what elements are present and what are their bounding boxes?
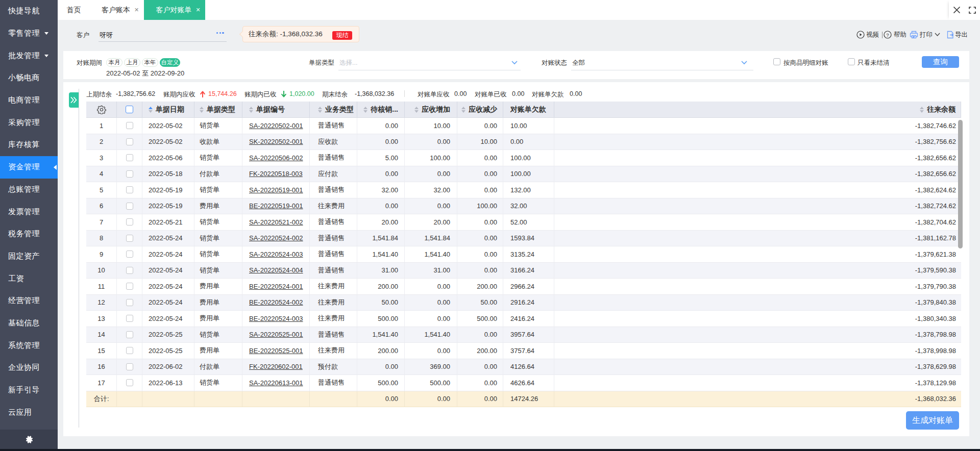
column-header-biz-type[interactable]: 业务类型 (310, 102, 357, 118)
customer-more-button[interactable] (216, 32, 226, 34)
select-all-checkbox[interactable] (126, 106, 133, 113)
sidebar-item-库存核算[interactable]: 库存核算 (0, 134, 58, 156)
sidebar-item-云应用[interactable]: 云应用 (0, 401, 58, 423)
chevron-down-icon[interactable] (741, 61, 747, 66)
period-pill-上月[interactable]: 上月 (124, 58, 140, 67)
row-checkbox[interactable] (126, 218, 133, 225)
gear-icon[interactable] (97, 105, 106, 114)
doc-link[interactable]: SA-20220502-001 (249, 122, 303, 130)
row-checkbox[interactable] (126, 154, 133, 161)
sort-icon[interactable] (249, 107, 253, 113)
sidebar-item-新手引导[interactable]: 新手引导 (0, 379, 58, 402)
tab-close-icon[interactable]: ✕ (195, 7, 200, 13)
status-select[interactable]: 全部 (572, 59, 585, 67)
sidebar-item-税务管理[interactable]: 税务管理 (0, 223, 58, 245)
row-checkbox[interactable] (126, 331, 133, 338)
doc-link[interactable]: SA-20220524-004 (249, 266, 303, 274)
window-close-button[interactable] (949, 0, 965, 20)
sidebar-item-小畅电商[interactable]: 小畅电商 (0, 67, 58, 89)
sidebar-item-工资[interactable]: 工资 (0, 267, 58, 290)
row-checkbox[interactable] (126, 347, 133, 354)
row-checkbox[interactable] (126, 235, 133, 242)
export-button[interactable]: 导出 (955, 31, 968, 39)
row-checkbox[interactable] (126, 363, 133, 370)
print-dropdown-icon[interactable] (935, 33, 940, 37)
print-button[interactable]: 打印 (920, 31, 933, 39)
column-header-decrease[interactable]: 应收减少 (457, 102, 503, 118)
doc-link[interactable]: SA-20220613-001 (249, 379, 303, 387)
doc-link[interactable]: SA-20220524-002 (249, 234, 303, 242)
sidebar-item-固定资产[interactable]: 固定资产 (0, 245, 58, 268)
column-header-owed[interactable]: 对账单欠款 (503, 102, 554, 118)
chevron-down-icon[interactable] (511, 61, 517, 66)
sidebar-item-基础信息[interactable]: 基础信息 (0, 312, 58, 335)
tab-首页[interactable]: 首页 (58, 0, 90, 20)
sidebar-item-电商管理[interactable]: 电商管理 (0, 89, 58, 112)
doc-link[interactable]: FK-20220602-001 (249, 363, 303, 370)
doc-link[interactable]: BE-20220524-002 (249, 298, 303, 306)
row-checkbox[interactable] (126, 170, 133, 178)
period-pill-本年[interactable]: 本年 (142, 58, 158, 67)
sidebar-item-采购管理[interactable]: 采购管理 (0, 111, 58, 134)
sidebar-item-系统管理[interactable]: 系统管理 (0, 334, 58, 357)
doc-link[interactable]: BE-20220525-001 (249, 347, 303, 355)
gear-icon[interactable] (24, 435, 33, 444)
row-checkbox[interactable] (126, 283, 133, 290)
period-pill-自定义[interactable]: 自定义 (160, 58, 180, 67)
column-header-spacer[interactable] (554, 102, 914, 118)
tab-close-icon[interactable]: ✕ (134, 7, 139, 13)
expand-button[interactable] (69, 92, 79, 108)
tab-客户对账单[interactable]: 客户对账单✕ (144, 0, 205, 20)
row-checkbox[interactable] (126, 250, 133, 258)
doc-link[interactable]: SA-20220506-002 (249, 154, 303, 162)
query-button[interactable]: 查询 (922, 56, 959, 68)
doc-link[interactable]: SA-20220525-001 (249, 331, 303, 338)
detail-checkbox[interactable] (773, 58, 780, 65)
column-header-increase[interactable]: 应收增加 (405, 102, 457, 118)
doc-link[interactable]: FK-20220518-003 (249, 170, 303, 178)
sidebar-item-资金管理[interactable]: 资金管理 (0, 156, 58, 179)
doc-link[interactable]: SA-20220521-002 (249, 218, 303, 226)
print-icon[interactable] (910, 31, 918, 39)
row-checkbox[interactable] (126, 122, 133, 129)
column-header-doc-date[interactable]: 单据日期 (142, 102, 194, 118)
header-select-all[interactable] (117, 102, 142, 118)
help-icon[interactable]: ? (884, 31, 892, 39)
sidebar-item-发票管理[interactable]: 发票管理 (0, 201, 58, 223)
column-settings[interactable] (86, 102, 117, 118)
sidebar-item-企业协同[interactable]: 企业协同 (0, 357, 58, 379)
column-header-pending[interactable]: 待核销... (357, 102, 405, 118)
doc-link[interactable]: BE-20220519-001 (249, 202, 303, 210)
date-range[interactable]: 2022-05-02 至 2022-09-20 (106, 69, 184, 78)
window-fullscreen-button[interactable] (965, 0, 980, 20)
sort-icon[interactable] (363, 107, 368, 113)
doc-type-select[interactable]: 选择... (339, 59, 357, 67)
row-checkbox[interactable] (126, 203, 133, 210)
row-checkbox[interactable] (126, 379, 133, 386)
doc-link[interactable]: SA-20220524-003 (249, 250, 303, 258)
sort-icon[interactable] (318, 107, 322, 113)
tab-客户账本[interactable]: 客户账本✕ (92, 0, 144, 20)
sort-icon[interactable] (920, 107, 924, 113)
sort-icon[interactable] (149, 107, 153, 113)
help-button[interactable]: 帮助 (894, 31, 906, 39)
row-checkbox[interactable] (126, 315, 133, 322)
sort-icon[interactable] (414, 107, 419, 113)
row-checkbox[interactable] (126, 138, 133, 145)
row-checkbox[interactable] (126, 299, 133, 306)
doc-link[interactable]: BE-20220524-001 (249, 283, 303, 290)
unsettled-checkbox[interactable] (848, 58, 855, 65)
generate-statement-button[interactable]: 生成对账单 (906, 411, 959, 430)
sidebar-item-快捷导航[interactable]: 快捷导航 (0, 0, 58, 22)
period-pill-本月[interactable]: 本月 (106, 58, 122, 67)
doc-link[interactable]: SA-20220519-001 (249, 186, 303, 194)
customer-input[interactable]: 呀呀 (100, 31, 113, 40)
vertical-scrollbar[interactable] (958, 120, 963, 248)
row-checkbox[interactable] (126, 186, 133, 193)
column-header-balance[interactable]: 往来余额 (914, 102, 961, 118)
sidebar-item-总账管理[interactable]: 总账管理 (0, 179, 58, 201)
export-icon[interactable] (946, 31, 954, 39)
doc-link[interactable]: SK-20220502-001 (249, 138, 303, 145)
column-header-doc-no[interactable]: 单据编号 (242, 102, 310, 118)
sidebar-item-零售管理[interactable]: 零售管理 (0, 22, 58, 45)
